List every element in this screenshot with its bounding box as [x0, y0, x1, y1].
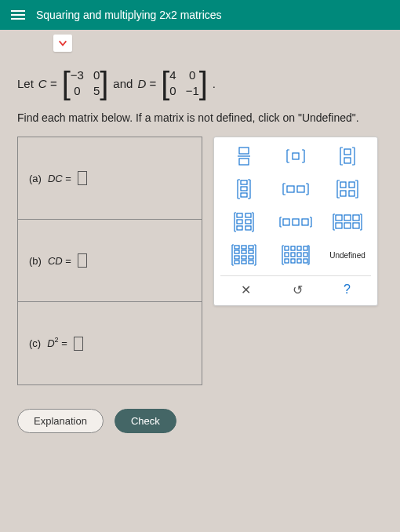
part-c-input[interactable] [74, 337, 83, 351]
matrix-2x1-icon[interactable] [329, 145, 366, 167]
app-header: Squaring and multiplying 2x2 matrices [0, 0, 400, 30]
svg-rect-12 [349, 182, 355, 188]
svg-rect-51 [291, 259, 295, 263]
svg-rect-33 [235, 250, 239, 253]
svg-rect-42 [285, 246, 289, 250]
svg-rect-14 [349, 191, 355, 196]
svg-rect-2 [239, 159, 249, 165]
svg-rect-48 [297, 253, 301, 257]
matrix-1x1-icon[interactable] [277, 145, 315, 167]
svg-rect-30 [235, 246, 239, 249]
svg-rect-37 [242, 256, 246, 259]
chevron-row [0, 30, 400, 52]
svg-rect-38 [249, 256, 253, 259]
undefined-button[interactable]: Undefined [329, 244, 366, 266]
matrix-3x4-icon[interactable] [277, 244, 315, 266]
svg-rect-41 [249, 261, 253, 264]
fraction-icon[interactable] [225, 145, 263, 167]
svg-rect-16 [245, 213, 251, 217]
svg-rect-43 [291, 246, 295, 250]
part-b-row: (b) CD = [18, 220, 202, 302]
svg-rect-17 [237, 220, 242, 224]
svg-rect-25 [344, 215, 351, 220]
help-button[interactable]: ? [344, 282, 351, 297]
svg-rect-53 [304, 259, 307, 263]
svg-rect-21 [283, 219, 289, 225]
let-text: Let [17, 77, 34, 90]
svg-rect-22 [293, 219, 299, 225]
svg-rect-8 [241, 193, 247, 197]
svg-rect-29 [353, 223, 359, 228]
svg-rect-7 [241, 187, 247, 191]
svg-rect-6 [241, 180, 247, 184]
svg-rect-3 [293, 153, 299, 159]
matrix-4x3-icon[interactable] [225, 244, 263, 266]
svg-rect-10 [297, 186, 304, 192]
var-c: C [38, 77, 47, 90]
svg-rect-5 [344, 158, 351, 163]
clear-button[interactable]: ✕ [241, 282, 251, 297]
page-title: Squaring and multiplying 2x2 matrices [36, 9, 222, 21]
explanation-button[interactable]: Explanation [17, 409, 104, 433]
svg-rect-45 [304, 246, 307, 250]
matrix-1x3-icon[interactable] [277, 211, 315, 233]
chevron-down-button[interactable] [53, 35, 72, 52]
svg-rect-23 [302, 219, 308, 225]
part-b-label: (b) [29, 255, 42, 267]
input-palette: Undefined ✕ ↺ ? [213, 137, 378, 306]
reset-button[interactable]: ↺ [293, 282, 303, 297]
matrix-3x1-icon[interactable] [225, 178, 263, 200]
matrix-c: [ −30 05 ] [62, 67, 109, 99]
matrix-3x2-icon[interactable] [225, 211, 263, 233]
svg-rect-24 [336, 215, 342, 220]
part-c-row: (c) D2 = [18, 302, 202, 384]
svg-rect-36 [235, 256, 239, 259]
svg-rect-35 [249, 250, 253, 253]
svg-rect-34 [242, 250, 246, 253]
part-b-input[interactable] [78, 253, 87, 268]
answers-table: (a) DC = (b) CD = (c) D2 = [17, 137, 202, 385]
svg-rect-20 [245, 226, 251, 230]
svg-rect-19 [237, 226, 242, 230]
matrix-definitions: Let C = [ −30 05 ] and D = [ 40 0−1 ] . [17, 67, 383, 99]
svg-rect-32 [249, 246, 253, 249]
svg-rect-39 [235, 261, 239, 264]
part-c-label: (c) [29, 337, 41, 349]
svg-rect-9 [287, 186, 294, 192]
svg-rect-47 [291, 253, 295, 257]
svg-rect-44 [297, 246, 301, 250]
menu-icon[interactable] [11, 8, 25, 22]
and-text: and [113, 77, 133, 90]
content-area: Let C = [ −30 05 ] and D = [ 40 0−1 ] . … [0, 52, 400, 395]
matrix-2x2-icon[interactable] [329, 178, 366, 200]
svg-rect-26 [353, 215, 359, 220]
svg-rect-0 [239, 148, 249, 154]
var-d: D [137, 77, 146, 90]
svg-rect-13 [340, 191, 346, 196]
part-a-label: (a) [29, 173, 42, 184]
svg-rect-50 [285, 259, 289, 263]
svg-rect-15 [237, 213, 242, 217]
part-a-input[interactable] [78, 171, 87, 185]
svg-rect-31 [242, 246, 246, 249]
part-a-row: (a) DC = [18, 137, 202, 220]
svg-rect-52 [297, 259, 301, 263]
svg-rect-28 [344, 223, 351, 228]
svg-rect-18 [245, 220, 251, 224]
check-button[interactable]: Check [115, 409, 176, 433]
svg-rect-40 [242, 261, 246, 264]
action-buttons: Explanation Check [0, 395, 400, 447]
matrix-d: [ 40 0−1 ] [161, 67, 208, 99]
instruction-text: Find each matrix below. If a matrix is n… [17, 111, 383, 124]
svg-rect-27 [336, 223, 342, 228]
svg-rect-11 [340, 182, 346, 188]
svg-rect-4 [344, 149, 351, 155]
svg-rect-46 [285, 253, 289, 257]
matrix-2x3-icon[interactable] [329, 211, 366, 233]
matrix-1x2-icon[interactable] [277, 178, 315, 200]
svg-rect-49 [304, 253, 307, 257]
